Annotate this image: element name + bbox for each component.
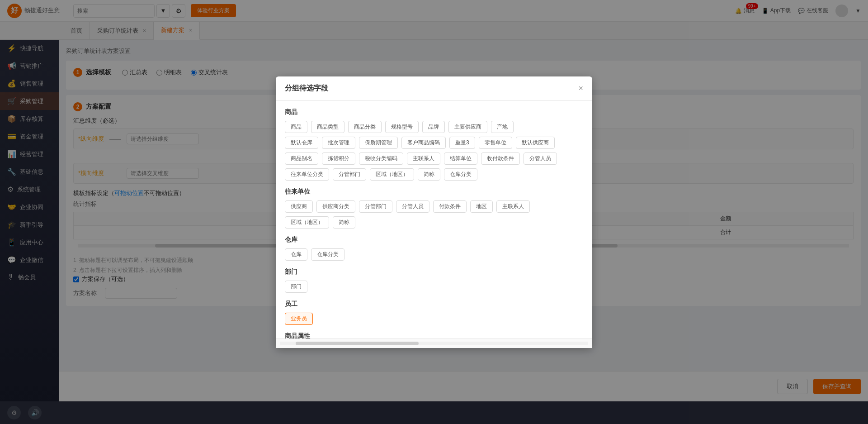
section-title-partner: 往来单位 xyxy=(285,188,583,196)
tag-group-partner-2: 区域（地区） 简称 xyxy=(285,216,583,229)
tag-group-goods: 商品 商品类型 商品分类 规格型号 品牌 主要供应商 产地 xyxy=(285,121,583,133)
dialog-title: 分组待选字段 xyxy=(285,84,328,93)
tag-goods-16[interactable]: 税收分类编码 xyxy=(359,152,403,165)
tag-partner-7[interactable]: 区域（地区） xyxy=(285,216,329,229)
tag-goods-15[interactable]: 拣货积分 xyxy=(322,152,355,165)
tag-goods-12[interactable]: 零售单位 xyxy=(479,137,512,149)
tag-partner-4[interactable]: 付款条件 xyxy=(433,200,467,213)
section-title-attr: 商品属性 xyxy=(285,332,583,338)
dialog-header: 分组待选字段 × xyxy=(276,76,592,101)
tag-goods-17[interactable]: 主联系人 xyxy=(407,152,440,165)
dialog: 分组待选字段 × 商品 商品 商品类型 商品分类 规格型号 品牌 主要供应商 产… xyxy=(276,76,592,348)
tag-goods-13[interactable]: 默认供应商 xyxy=(516,137,555,149)
tag-partner-0[interactable]: 供应商 xyxy=(285,200,313,213)
tag-goods-21[interactable]: 往来单位分类 xyxy=(285,168,329,181)
tag-group-partner: 供应商 供应商分类 分管部门 分管人员 付款条件 地区 主联系人 xyxy=(285,200,583,213)
tag-goods-3[interactable]: 规格型号 xyxy=(385,121,419,133)
tag-goods-7[interactable]: 默认仓库 xyxy=(285,137,318,149)
section-title-warehouse: 仓库 xyxy=(285,236,583,244)
dialog-hscroll[interactable] xyxy=(276,338,592,348)
tag-warehouse-0[interactable]: 仓库 xyxy=(285,248,307,261)
tag-goods-20[interactable]: 分管人员 xyxy=(524,152,557,165)
tag-goods-9[interactable]: 保质期管理 xyxy=(359,137,398,149)
tag-partner-1[interactable]: 供应商分类 xyxy=(316,200,355,213)
tag-group-goods-4: 往来单位分类 分管部门 区域（地区） 简称 仓库分类 xyxy=(285,168,583,181)
tag-group-dept: 部门 xyxy=(285,281,583,293)
section-title-employee: 员工 xyxy=(285,300,583,308)
tag-goods-10[interactable]: 客户商品编码 xyxy=(401,137,446,149)
tag-group-goods-2: 默认仓库 批次管理 保质期管理 客户商品编码 重量3 零售单位 默认供应商 xyxy=(285,137,583,149)
dialog-overlay: 分组待选字段 × 商品 商品 商品类型 商品分类 规格型号 品牌 主要供应商 产… xyxy=(0,0,868,424)
tag-goods-19[interactable]: 收付款条件 xyxy=(481,152,520,165)
section-title-dept: 部门 xyxy=(285,268,583,276)
tag-employee-0[interactable]: 业务员 xyxy=(285,313,313,325)
tag-goods-22[interactable]: 分管部门 xyxy=(333,168,366,181)
tag-partner-8[interactable]: 简称 xyxy=(333,216,355,229)
tag-partner-3[interactable]: 分管人员 xyxy=(396,200,429,213)
tag-warehouse-1[interactable]: 仓库分类 xyxy=(311,248,344,261)
tag-group-warehouse: 仓库 仓库分类 xyxy=(285,248,583,261)
tag-goods-0[interactable]: 商品 xyxy=(285,121,307,133)
tag-goods-5[interactable]: 主要供应商 xyxy=(448,121,487,133)
tag-goods-2[interactable]: 商品分类 xyxy=(348,121,382,133)
tag-goods-24[interactable]: 简称 xyxy=(418,168,440,181)
tag-partner-6[interactable]: 主联系人 xyxy=(496,200,530,213)
tag-goods-18[interactable]: 结算单位 xyxy=(444,152,477,165)
dialog-body: 商品 商品 商品类型 商品分类 规格型号 品牌 主要供应商 产地 默认仓库 批次… xyxy=(276,101,592,338)
tag-group-employee: 业务员 xyxy=(285,313,583,325)
tag-goods-14[interactable]: 商品别名 xyxy=(285,152,318,165)
tag-goods-4[interactable]: 品牌 xyxy=(422,121,445,133)
tag-goods-25[interactable]: 仓库分类 xyxy=(444,168,477,181)
tag-goods-6[interactable]: 产地 xyxy=(491,121,514,133)
tag-goods-11[interactable]: 重量3 xyxy=(449,137,475,149)
dialog-close-button[interactable]: × xyxy=(578,84,583,92)
tag-dept-0[interactable]: 部门 xyxy=(285,281,307,293)
tag-partner-5[interactable]: 地区 xyxy=(470,200,493,213)
tag-goods-23[interactable]: 区域（地区） xyxy=(370,168,414,181)
tag-goods-8[interactable]: 批次管理 xyxy=(322,137,355,149)
tag-group-goods-3: 商品别名 拣货积分 税收分类编码 主联系人 结算单位 收付款条件 分管人员 xyxy=(285,152,583,165)
tag-partner-2[interactable]: 分管部门 xyxy=(359,200,392,213)
tag-goods-1[interactable]: 商品类型 xyxy=(311,121,344,133)
section-title-goods: 商品 xyxy=(285,108,583,116)
